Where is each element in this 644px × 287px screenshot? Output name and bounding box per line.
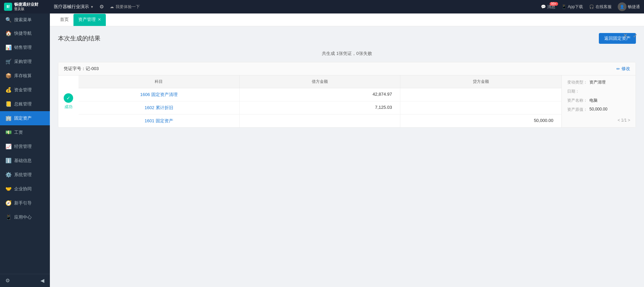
sidebar-item-operations[interactable]: 📈 经营管理 [0,139,50,154]
sidebar-item-quick-nav-label: 快捷导航 [14,30,32,36]
table-row: 1601 固定资产 50,000.00 [79,115,561,127]
fixed-assets-icon: 🏢 [5,115,11,121]
company-selector[interactable]: 医疗器械行业演示 ▼ [54,4,94,10]
panel-row-asset-original: 资产原值： 50,000.00 [567,107,630,113]
customer-service-button[interactable]: 🎧 在线客服 [589,4,612,10]
topbar: 财 畅捷通好业财 普及版 医疗器械行业演示 ▼ ⚙ ☁ 我要体验一下 💬 消息 … [0,0,644,13]
sidebar-item-enterprise-label: 企业协同 [14,186,32,192]
cell-credit-2 [400,101,561,114]
sidebar-item-app-center-label: 应用中心 [14,214,32,220]
payroll-icon: 💵 [5,129,11,135]
basic-info-icon: ℹ️ [5,158,11,164]
cell-credit-3: 50,000.00 [400,115,561,127]
cell-debit-1: 42,874.97 [240,88,401,101]
voucher-header: 凭证字号：记-003 ✏ 修改 [58,62,636,75]
operations-icon: 📈 [5,144,11,150]
voucher-main: ✓ 成功 科目 借方金额 贷方金额 1606 固定资产 [58,75,636,127]
avatar: 👤 [618,2,626,11]
app-download-label: App下载 [568,4,583,10]
user-name: 畅捷通 [628,4,640,10]
sidebar-item-purchase[interactable]: 🛒 采购管理 [0,55,50,69]
tab-asset-management[interactable]: 资产管理 ✕ [73,14,106,26]
sidebar-item-sales-label: 销售管理 [14,44,32,51]
page-title: 本次生成的结果 [58,34,100,42]
sidebar-item-payroll[interactable]: 💵 工资 [0,125,50,139]
sidebar-settings-icon[interactable]: ⚙ [5,278,10,284]
tab-asset-management-label: 资产管理 [78,17,96,23]
sidebar-bottom: ⚙ ◀ [0,274,50,287]
tab-home[interactable]: 首页 [55,14,73,26]
company-dropdown-icon: ▼ [90,5,94,9]
sidebar-item-guide-label: 新手引导 [14,200,32,206]
app-logo: 财 畅捷通好业财 普及版 [4,2,54,11]
app-download-icon: 📱 [561,4,566,9]
trial-button[interactable]: ☁ 我要体验一下 [110,4,140,10]
cell-debit-3 [240,115,401,127]
customer-service-label: 在线客服 [595,4,612,10]
sidebar-collapse-icon[interactable]: ◀ [40,278,44,284]
voucher-table: 科目 借方金额 贷方金额 1606 固定资产清理 42,874.97 [79,75,561,127]
logo-icon: 财 [4,3,12,11]
pagination[interactable]: < 1/1 > [567,118,630,123]
panel-row-asset-name: 资产名称： 电脑 [567,98,630,103]
fund-icon: 💰 [5,87,11,93]
asset-name-label: 资产名称： [567,98,587,103]
sales-icon: 📊 [5,44,11,51]
sidebar-item-ledger[interactable]: 📒 总账管理 [0,97,50,111]
cell-subject-3: 1601 固定资产 [79,115,240,127]
col-header-credit: 贷方金额 [400,75,561,88]
sidebar-item-fixed-assets-label: 固定资产 [14,115,32,121]
messages-badge: 99+ [550,2,558,6]
edit-button[interactable]: ✏ 修改 [616,66,630,72]
sidebar-item-inventory-label: 库存核算 [14,73,32,79]
page-content: 本次生成的结果 返回固定资产 共生成 1张凭证，0张失败 凭证字号：记-003 … [50,26,644,287]
cell-debit-2: 7,125.03 [240,101,401,114]
sidebar-item-basic-info-label: 基础信息 [14,158,32,164]
voucher-card: 凭证字号：记-003 ✏ 修改 ✓ 成功 [58,62,636,128]
table-header: 科目 借方金额 贷方金额 [79,75,561,88]
app-download-button[interactable]: 📱 App下载 [561,4,583,10]
expand-panel-button[interactable]: ⤢ [632,32,639,39]
sidebar-item-basic-info[interactable]: ℹ️ 基础信息 [0,154,50,168]
table-row: 1602 累计折旧 7,125.03 [79,101,561,115]
home-icon: 🏠 [5,30,11,36]
messages-button[interactable]: 💬 消息 99+ [541,4,555,10]
status-area: ✓ 成功 [58,75,79,127]
sidebar-item-enterprise[interactable]: 🤝 企业协同 [0,182,50,196]
sidebar-item-ledger-label: 总账管理 [14,101,32,107]
cell-subject-2: 1602 累计折旧 [79,101,240,114]
asset-original-label: 资产原值： [567,107,587,113]
purchase-icon: 🛒 [5,59,11,65]
sidebar: 🔍 搜索菜单 🏠 快捷导航 📊 销售管理 🛒 采购管理 📦 库存核算 💰 资金管… [0,13,50,287]
sidebar-item-search[interactable]: 🔍 搜索菜单 [0,13,50,26]
status-label: 成功 [64,104,72,110]
settings-gear-icon[interactable]: ⚙ [97,2,106,11]
logo-sub: 普及版 [14,7,38,11]
trial-label: 我要体验一下 [116,4,140,10]
system-icon: ⚙️ [5,172,11,178]
sidebar-item-guide[interactable]: 🧭 新手引导 [0,196,50,210]
main-layout: 🔍 搜索菜单 🏠 快捷导航 📊 销售管理 🛒 采购管理 📦 库存核算 💰 资金管… [0,13,644,287]
sidebar-item-sales[interactable]: 📊 销售管理 [0,40,50,55]
tab-close-icon[interactable]: ✕ [98,17,101,22]
sidebar-item-quick-nav[interactable]: 🏠 快捷导航 [0,26,50,40]
change-type-value: 资产清理 [589,79,606,85]
success-icon: ✓ [64,93,73,103]
ledger-icon: 📒 [5,101,11,107]
cell-subject-1: 1606 固定资产清理 [79,88,240,101]
edit-icon: ✏ [616,66,620,71]
panel-controls: ✕ ⤢ [622,32,639,39]
sidebar-item-payroll-label: 工资 [14,129,23,135]
col-header-subject: 科目 [79,75,240,88]
sidebar-item-inventory[interactable]: 📦 库存核算 [0,69,50,83]
sidebar-item-app-center[interactable]: 📱 应用中心 [0,210,50,224]
page-header: 本次生成的结果 返回固定资产 [58,33,636,44]
app-center-icon: 📱 [5,214,11,220]
user-profile[interactable]: 👤 畅捷通 [618,2,640,11]
messages-icon: 💬 [541,4,546,9]
close-panel-button[interactable]: ✕ [622,32,629,39]
sidebar-item-fixed-assets[interactable]: 🏢 固定资产 [0,111,50,125]
sidebar-item-system[interactable]: ⚙️ 系统管理 [0,168,50,182]
guide-icon: 🧭 [5,200,11,206]
sidebar-item-fund[interactable]: 💰 资金管理 [0,83,50,97]
